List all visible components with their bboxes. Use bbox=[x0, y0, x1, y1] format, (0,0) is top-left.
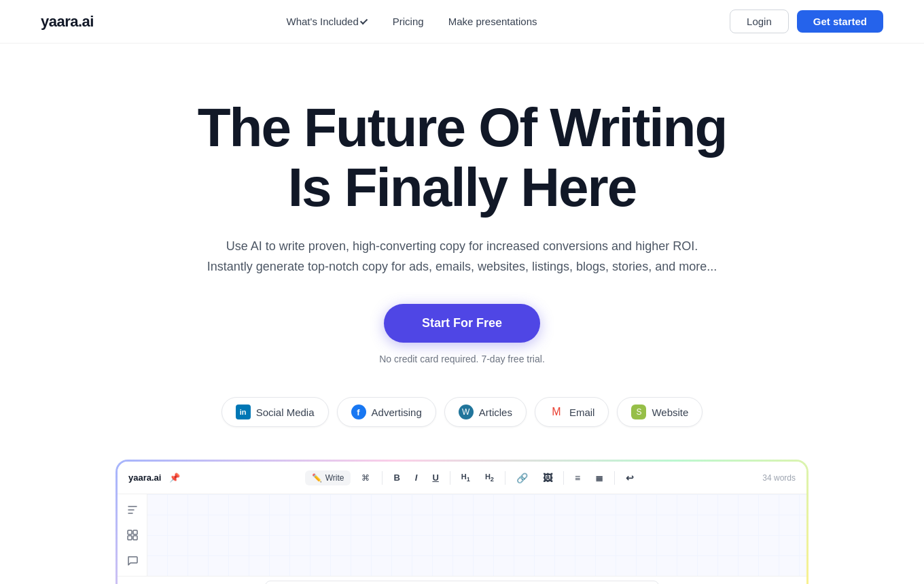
toolbar-right: 34 words bbox=[762, 473, 796, 483]
pin-icon[interactable]: 📌 bbox=[168, 471, 181, 485]
toolbar-divider-2 bbox=[450, 471, 450, 485]
hero-subtitle: Use AI to write proven, high-converting … bbox=[204, 237, 720, 277]
app-bottom-bar bbox=[118, 576, 806, 584]
app-preview-wrapper: yaara.ai 📌 ✏️ Write ⌘ B I U H1 H2 bbox=[116, 460, 808, 584]
shortcut-button[interactable]: ⌘ bbox=[355, 470, 376, 485]
gmail-icon: M bbox=[549, 405, 564, 419]
pill-label-articles: Articles bbox=[479, 407, 512, 418]
facebook-icon: f bbox=[351, 405, 366, 419]
login-button[interactable]: Login bbox=[730, 10, 789, 33]
logo: yaara.ai bbox=[41, 13, 94, 31]
toolbar-divider-5 bbox=[614, 471, 615, 485]
pill-label-website: Website bbox=[652, 407, 688, 418]
underline-button[interactable]: U bbox=[427, 470, 444, 485]
link-button[interactable]: 🔗 bbox=[511, 470, 533, 486]
toolbar-left: yaara.ai 📌 bbox=[128, 471, 181, 485]
pill-advertising[interactable]: f Advertising bbox=[337, 397, 436, 427]
image-button[interactable]: 🖼 bbox=[537, 470, 558, 486]
nav-pricing[interactable]: Pricing bbox=[393, 16, 424, 27]
nav-links: What's Included Pricing Make presentatio… bbox=[287, 16, 537, 27]
pill-email[interactable]: M Email bbox=[535, 397, 609, 427]
svg-rect-3 bbox=[133, 536, 137, 540]
app-toolbar: yaara.ai 📌 ✏️ Write ⌘ B I U H1 H2 bbox=[118, 462, 806, 494]
hero-title: The Future Of Writing Is Finally Here bbox=[198, 98, 727, 218]
svg-rect-1 bbox=[133, 530, 137, 534]
wordpress-icon: W bbox=[459, 405, 474, 419]
pill-social-media[interactable]: in Social Media bbox=[221, 397, 329, 427]
h2-button[interactable]: H2 bbox=[480, 470, 499, 485]
pill-label-social-media: Social Media bbox=[256, 407, 315, 418]
bullet-list-button[interactable]: ≡ bbox=[569, 470, 586, 486]
undo-button[interactable]: ↩ bbox=[620, 470, 639, 486]
bold-button[interactable]: B bbox=[388, 470, 405, 485]
nav-whats-included[interactable]: What's Included bbox=[287, 16, 368, 27]
pill-articles[interactable]: W Articles bbox=[444, 397, 527, 427]
app-text-input[interactable] bbox=[265, 581, 659, 584]
nav-make-presentations[interactable]: Make presentations bbox=[448, 16, 537, 27]
linkedin-icon: in bbox=[236, 405, 251, 419]
shopify-icon: S bbox=[631, 405, 646, 419]
sidebar-tool-grid[interactable] bbox=[123, 528, 142, 543]
toolbar-divider-4 bbox=[563, 471, 564, 485]
sidebar-tool-text[interactable] bbox=[123, 502, 142, 517]
chevron-down-icon bbox=[360, 16, 368, 24]
hero-note: No credit card required. 7-day free tria… bbox=[379, 354, 545, 364]
write-button[interactable]: ✏️ Write bbox=[305, 470, 351, 485]
pill-label-email: Email bbox=[569, 407, 595, 418]
navbar: yaara.ai What's Included Pricing Make pr… bbox=[0, 0, 924, 44]
get-started-button[interactable]: Get started bbox=[797, 10, 883, 33]
app-logo-small: yaara.ai bbox=[128, 473, 161, 483]
sidebar-tool-chat[interactable] bbox=[123, 553, 142, 568]
app-content-area bbox=[118, 494, 806, 576]
pencil-icon: ✏️ bbox=[312, 473, 322, 483]
numbered-list-button[interactable]: ≣ bbox=[590, 470, 609, 486]
app-preview: yaara.ai 📌 ✏️ Write ⌘ B I U H1 H2 bbox=[118, 462, 806, 584]
svg-rect-2 bbox=[128, 536, 132, 540]
app-main-content bbox=[147, 494, 806, 576]
category-pills: in Social Media f Advertising W Articles… bbox=[221, 397, 703, 427]
h1-button[interactable]: H1 bbox=[456, 470, 476, 485]
toolbar-divider-1 bbox=[382, 471, 383, 485]
toolbar-divider-3 bbox=[505, 471, 505, 485]
hero-section: The Future Of Writing Is Finally Here Us… bbox=[0, 44, 924, 584]
svg-rect-0 bbox=[128, 530, 132, 534]
cta-button[interactable]: Start For Free bbox=[384, 304, 540, 343]
nav-actions: Login Get started bbox=[730, 10, 883, 33]
pill-label-advertising: Advertising bbox=[372, 407, 422, 418]
toolbar-center: ✏️ Write ⌘ B I U H1 H2 🔗 🖼 ≡ ≣ bbox=[305, 470, 639, 486]
italic-button[interactable]: I bbox=[410, 470, 423, 485]
pill-website[interactable]: S Website bbox=[617, 397, 703, 427]
app-sidebar bbox=[118, 494, 147, 576]
